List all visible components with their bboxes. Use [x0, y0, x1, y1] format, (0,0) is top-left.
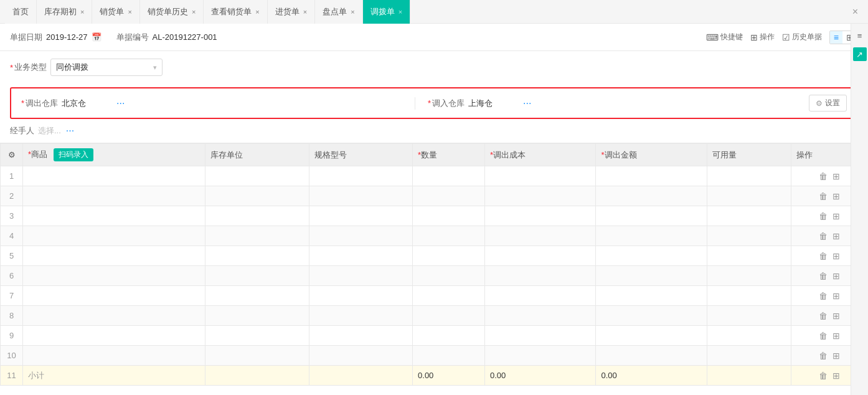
window-close-button[interactable]: ×	[847, 6, 863, 17]
close-icon[interactable]: ×	[192, 8, 196, 16]
qty-cell[interactable]	[413, 286, 485, 306]
close-icon[interactable]: ×	[399, 8, 402, 16]
out-warehouse-more-button[interactable]: ···	[116, 98, 125, 109]
available-cell[interactable]	[707, 326, 791, 346]
delete-icon[interactable]: 🗑	[819, 231, 828, 241]
unit-cell[interactable]	[205, 226, 309, 246]
close-icon[interactable]: ×	[80, 8, 84, 16]
unit-cell[interactable]	[205, 186, 309, 206]
amount-cell[interactable]	[596, 326, 707, 346]
delete-icon[interactable]: 🗑	[819, 291, 828, 301]
qty-cell[interactable]	[413, 206, 485, 226]
qty-cell[interactable]	[413, 266, 485, 286]
cost-cell[interactable]	[484, 286, 596, 306]
history-button[interactable]: ☑ 历史单据	[782, 32, 822, 42]
amount-cell[interactable]	[596, 346, 707, 366]
available-cell[interactable]	[707, 346, 791, 366]
tab-inventory-check[interactable]: 盘点单 ×	[315, 0, 362, 24]
unit-cell[interactable]	[205, 286, 309, 306]
copy-icon[interactable]: ⊞	[833, 311, 840, 321]
product-cell[interactable]	[23, 206, 205, 226]
unit-cell[interactable]	[205, 246, 309, 266]
tab-view-sales[interactable]: 查看销货单 ×	[204, 0, 267, 24]
product-cell[interactable]	[23, 286, 205, 306]
unit-cell[interactable]	[205, 326, 309, 346]
copy-icon[interactable]: ⊞	[833, 291, 840, 301]
product-cell[interactable]	[23, 306, 205, 326]
delete-icon[interactable]: 🗑	[819, 271, 828, 281]
tab-inventory-init[interactable]: 库存期初 ×	[37, 0, 92, 24]
tab-purchase-order[interactable]: 进货单 ×	[268, 0, 315, 24]
shortcut-button[interactable]: ⌨ 快捷键	[706, 32, 743, 42]
qty-cell[interactable]	[413, 186, 485, 206]
delete-icon[interactable]: 🗑	[819, 191, 828, 201]
spec-cell[interactable]	[309, 166, 412, 186]
close-icon[interactable]: ×	[303, 8, 307, 16]
unit-cell[interactable]	[205, 306, 309, 326]
cost-cell[interactable]	[484, 346, 596, 366]
amount-cell[interactable]	[596, 186, 707, 206]
available-cell[interactable]	[707, 286, 791, 306]
available-cell[interactable]	[707, 166, 791, 186]
product-cell[interactable]	[23, 346, 205, 366]
qty-cell[interactable]	[413, 326, 485, 346]
amount-cell[interactable]	[596, 246, 707, 266]
product-cell[interactable]	[23, 226, 205, 246]
copy-icon[interactable]: ⊞	[833, 251, 840, 261]
unit-cell[interactable]	[205, 266, 309, 286]
cost-cell[interactable]	[484, 306, 596, 326]
warehouse-setting-button[interactable]: ⚙ 设置	[809, 95, 847, 112]
spec-cell[interactable]	[309, 206, 412, 226]
close-icon[interactable]: ×	[255, 8, 259, 16]
delete-icon[interactable]: 🗑	[819, 251, 828, 261]
cost-cell[interactable]	[484, 186, 596, 206]
spec-cell[interactable]	[309, 286, 412, 306]
spec-cell[interactable]	[309, 306, 412, 326]
copy-icon[interactable]: ⊞	[833, 351, 840, 361]
product-cell[interactable]	[23, 326, 205, 346]
close-icon[interactable]: ×	[351, 8, 354, 16]
available-cell[interactable]	[707, 266, 791, 286]
gear-header[interactable]: ⚙	[1, 144, 23, 166]
copy-icon[interactable]: ⊞	[833, 231, 840, 241]
right-panel-list-button[interactable]: ≡	[853, 29, 867, 42]
amount-cell[interactable]	[596, 206, 707, 226]
operation-button[interactable]: ⊞ 操作	[750, 32, 775, 42]
delete-icon[interactable]: 🗑	[819, 211, 828, 221]
right-panel-expand-button[interactable]: ↗	[853, 47, 867, 61]
cost-cell[interactable]	[484, 326, 596, 346]
spec-cell[interactable]	[309, 186, 412, 206]
calendar-icon[interactable]: 📅	[92, 32, 101, 42]
delete-icon[interactable]: 🗑	[819, 371, 828, 381]
cost-cell[interactable]	[484, 166, 596, 186]
tab-sales-order[interactable]: 销货单 ×	[92, 0, 139, 24]
view-list-button[interactable]: ≡	[830, 31, 842, 44]
spec-cell[interactable]	[309, 226, 412, 246]
amount-cell[interactable]	[596, 306, 707, 326]
qty-cell[interactable]	[413, 166, 485, 186]
copy-icon[interactable]: ⊞	[833, 331, 840, 341]
delete-icon[interactable]: 🗑	[819, 171, 828, 181]
available-cell[interactable]	[707, 306, 791, 326]
business-type-select[interactable]: 同价调拨 ▾	[50, 59, 163, 76]
in-warehouse-more-button[interactable]: ···	[523, 98, 531, 109]
product-cell[interactable]	[23, 266, 205, 286]
spec-cell[interactable]	[309, 246, 412, 266]
cost-cell[interactable]	[484, 246, 596, 266]
scan-entry-button[interactable]: 扫码录入	[54, 148, 93, 161]
agent-more-button[interactable]: ···	[66, 126, 74, 136]
spec-cell[interactable]	[309, 266, 412, 286]
delete-icon[interactable]: 🗑	[819, 331, 828, 341]
cost-cell[interactable]	[484, 206, 596, 226]
spec-cell[interactable]	[309, 326, 412, 346]
available-cell[interactable]	[707, 246, 791, 266]
delete-icon[interactable]: 🗑	[819, 311, 828, 321]
unit-cell[interactable]	[205, 166, 309, 186]
cost-cell[interactable]	[484, 226, 596, 246]
amount-cell[interactable]	[596, 226, 707, 246]
qty-cell[interactable]	[413, 306, 485, 326]
unit-cell[interactable]	[205, 346, 309, 366]
tab-home[interactable]: 首页	[5, 0, 37, 24]
spec-cell[interactable]	[309, 346, 412, 366]
unit-cell[interactable]	[205, 206, 309, 226]
